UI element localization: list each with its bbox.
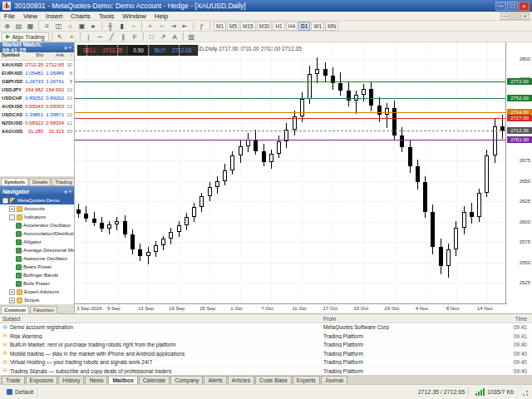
tree-expander-icon[interactable]: + [9, 298, 15, 303]
toolbox-tab-news[interactable]: News [85, 376, 107, 384]
timeframe-h4-button[interactable]: H4 [286, 22, 298, 31]
navigator-item[interactable]: Average Directional Movement Index [0, 246, 74, 254]
navigator-item[interactable]: Accumulation/Distribution [0, 229, 74, 238]
market-watch-row-usdchf[interactable]: USDCHF0.892520.8926210 [0, 94, 74, 102]
tree-expander-icon[interactable]: + [9, 206, 15, 212]
algo-trading-button[interactable]: ▶ Algo Trading [2, 32, 49, 42]
toolbox-tab-experts[interactable]: Experts [293, 376, 320, 384]
panel-menu-icon[interactable]: ▾ [64, 189, 66, 195]
timeframe-mn-button[interactable]: MN [325, 22, 338, 31]
profile-selector[interactable]: Default [3, 387, 37, 397]
candlestick-chart-icon[interactable]: ▮ [116, 22, 127, 31]
navigator-item[interactable]: Awesome Oscillator [0, 254, 74, 263]
maximize-button[interactable]: □ [507, 2, 518, 11]
arrows-icon[interactable]: ↗ [158, 32, 169, 42]
toolbox-tab-mailbox[interactable]: Mailbox [108, 376, 137, 384]
navigator-item[interactable]: +Expert Advisors [0, 288, 74, 296]
menu-window[interactable]: Window [118, 12, 150, 21]
mailbox-row[interactable]: ✉Virtual Hosting — your trading robots a… [0, 358, 532, 367]
chart-plot-area[interactable]: SELL 2712.35 0.50 BUY 2712.65 XAUUSD,Dai… [75, 42, 506, 303]
toolbox-icon[interactable]: ▣ [76, 22, 87, 31]
strategy-tester-icon[interactable]: ▸ [88, 22, 99, 31]
vertical-line-icon[interactable]: | [83, 32, 94, 42]
navigator-item[interactable]: Alligator [0, 238, 74, 246]
data-window-icon[interactable]: ◫ [53, 22, 64, 31]
timeframe-m5-button[interactable]: M5 [227, 22, 239, 31]
purple-level-line[interactable] [75, 140, 505, 140]
chart-profiles-icon[interactable]: ▦ [25, 22, 36, 31]
mailbox-row[interactable]: ✉Built-in Market: rent or purchase tradi… [0, 341, 532, 350]
market-watch-row-usdcad[interactable]: USDCAD1.398611.3987110 [0, 111, 74, 119]
cursor-icon[interactable]: ↖ [55, 32, 66, 42]
navigator-item[interactable]: -Indicators [0, 213, 74, 221]
menu-tools[interactable]: Tools [95, 12, 119, 21]
toolbox-tab-history[interactable]: History [58, 376, 84, 384]
sell-button[interactable]: SELL 2712.35 [78, 46, 127, 55]
navigator-item[interactable]: Bulls Power [0, 279, 74, 288]
resistance-line-2[interactable] [75, 98, 505, 99]
menu-help[interactable]: Help [150, 12, 172, 21]
navigator-item[interactable]: +Accounts [0, 204, 74, 213]
volume-field[interactable]: 0.50 [127, 46, 150, 55]
tree-expander-icon[interactable]: - [9, 214, 15, 220]
timeframe-h1-button[interactable]: H1 [273, 22, 284, 31]
text-label-icon[interactable]: A [170, 32, 180, 42]
mailbox-header[interactable]: SubjectFromTime [0, 314, 532, 323]
navigator-item[interactable]: -MetaQuotes-Demo [0, 196, 74, 204]
title-bar[interactable]: 30100931 - MetaQuotes-Demo: Demo Account… [0, 0, 532, 12]
panel-close-icon[interactable]: × [68, 189, 71, 194]
mailbox-row[interactable]: ✉Mobile trading — stay in the market wit… [0, 350, 532, 359]
toolbox-tab-trade[interactable]: Trade [2, 376, 25, 384]
market-watch-icon[interactable]: ≡ [42, 22, 52, 31]
timeframe-d1-button[interactable]: D1 [298, 22, 310, 31]
market-watch-row-gbpusd[interactable]: GBPUSD1.267331.267418 [0, 77, 74, 86]
mailbox-row[interactable]: ✉Risk WarningTrading Platform09:41 [0, 332, 532, 342]
navigator-caption[interactable]: Navigator ▾ × [0, 186, 74, 196]
panel-menu-icon[interactable]: ▾ [64, 45, 66, 51]
market-watch-row-nzdusd[interactable]: NZDUSD0.583220.5833412 [0, 119, 74, 127]
market-watch-caption[interactable]: Market Watch: 09:41:25 ▾ × [0, 42, 74, 52]
market-watch-row-usdjpy[interactable]: USDJPY154.682154.69210 [0, 86, 74, 94]
market-watch-tab-symbols[interactable]: Symbols [1, 178, 28, 185]
child-minimize-button[interactable]: ─ [500, 12, 510, 20]
close-button[interactable]: × [519, 2, 530, 11]
minimize-button[interactable]: ─ [495, 2, 506, 11]
mailbox-row[interactable]: ✉Demo account registrationMetaQuotes Sof… [0, 323, 532, 332]
navigator-item[interactable]: +Scripts [0, 296, 74, 304]
time-axis[interactable]: 3 Sep 20249 Sep13 Sep19 Sep25 Sep1 Oct7 … [75, 303, 507, 313]
market-watch-tab-trading[interactable]: Trading [52, 178, 75, 185]
market-watch-header[interactable]: SymbolBidAsk! [0, 52, 74, 61]
chart-shift-icon[interactable]: ⇤ [180, 22, 190, 31]
indicators-icon[interactable]: ƒ [196, 22, 207, 31]
objects-list-icon[interactable]: ▥ [186, 32, 197, 42]
horizontal-line-icon[interactable]: ─ [95, 32, 106, 42]
bar-chart-icon[interactable]: ╫ [105, 22, 116, 31]
menu-file[interactable]: File [0, 12, 19, 21]
timeframe-w1-button[interactable]: W1 [311, 22, 324, 31]
toolbox-tab-code-base[interactable]: Code Base [255, 376, 292, 384]
toolbox-tab-exposure[interactable]: Exposure [26, 376, 58, 384]
menu-insert[interactable]: Insert [42, 12, 66, 21]
child-restore-button[interactable]: □ [510, 12, 520, 20]
tree-expander-icon[interactable]: - [2, 198, 8, 204]
orange-level-line[interactable] [75, 112, 505, 113]
new-order-icon[interactable]: ⊕ [2, 22, 12, 31]
fibonacci-icon[interactable]: F [130, 32, 140, 42]
market-watch-row-xagusd[interactable]: XAGUSD31.28531.31530 [0, 127, 74, 135]
navigator-icon[interactable]: ⌂ [65, 22, 76, 31]
line-chart-icon[interactable]: ~ [128, 22, 139, 31]
toolbox-tab-articles[interactable]: Articles [228, 376, 254, 384]
auto-scroll-icon[interactable]: ⇥ [168, 22, 179, 31]
price-axis[interactable]: 2800277527502725270026752650262526002575… [507, 42, 532, 303]
market-watch-row-eurusd[interactable]: EURUSD1.054811.054898 [0, 69, 74, 77]
navigator-item[interactable]: Accelerator Oscillator [0, 221, 74, 229]
market-watch-tab-details[interactable]: Details [29, 178, 51, 185]
navigator-item[interactable]: Bollinger Bands [0, 271, 74, 279]
menu-view[interactable]: View [19, 12, 42, 21]
child-close-button[interactable]: × [520, 12, 530, 20]
toolbox-tab-company[interactable]: Company [170, 376, 203, 384]
navigator-item[interactable]: Bears Power [0, 263, 74, 271]
new-chart-icon[interactable]: ▤ [13, 22, 24, 31]
timeframe-m1-button[interactable]: M1 [214, 22, 226, 31]
timeframe-m30-button[interactable]: M30 [257, 22, 273, 31]
